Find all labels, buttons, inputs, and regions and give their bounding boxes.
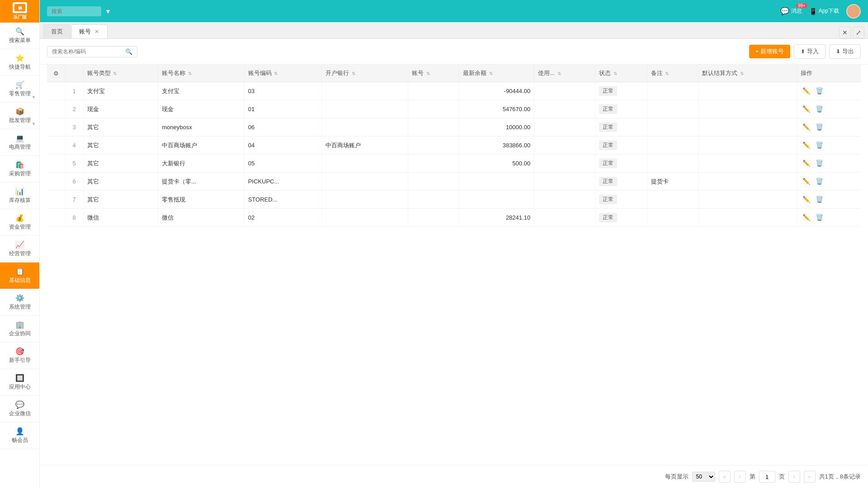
table-row: 6 其它 提货卡（零... PICKUPC... 正常 提货卡 ✏️ 🗑️ (47, 173, 861, 191)
row-default-settle (698, 100, 797, 118)
sidebar-item-company[interactable]: 🏢 企业协同 (0, 316, 39, 343)
status-sort-icon: ⇅ (613, 71, 617, 76)
row-name: 现金 (158, 100, 245, 118)
topbar-search-input[interactable] (47, 6, 101, 16)
column-settings[interactable]: ⚙ (47, 65, 65, 82)
maximize-tab-btn[interactable]: ⤢ (853, 27, 864, 38)
topbar-message[interactable]: 💬 消息 99+ (780, 7, 802, 15)
company-icon: 🏢 (15, 320, 24, 329)
export-button[interactable]: ⬇ 导出 (829, 44, 861, 59)
sidebar-item-purchase[interactable]: 🛍️ 采购管理 (0, 156, 39, 183)
delete-button[interactable]: 🗑️ (814, 104, 825, 113)
row-num: 2 (65, 100, 83, 118)
edit-button[interactable]: ✏️ (801, 177, 812, 186)
sidebar-item-apps[interactable]: 🔲 应用中心 (0, 369, 39, 396)
topbar-right: 💬 消息 99+ 📱 App下载 (780, 4, 861, 19)
tab-account[interactable]: 账号 ✕ (71, 24, 108, 38)
column-default-settle[interactable]: 默认结算方式 ⇅ (698, 65, 797, 82)
purchase-icon: 🛍️ (15, 160, 24, 169)
row-type: 其它 (83, 173, 158, 191)
column-remark[interactable]: 备注 ⇅ (647, 65, 698, 82)
delete-button[interactable]: 🗑️ (814, 86, 825, 95)
delete-button[interactable]: 🗑️ (814, 141, 825, 150)
page-input[interactable] (759, 471, 775, 483)
wholesale-icon: 📦 (15, 107, 24, 116)
sidebar-item-member[interactable]: 👤 畅会员 (0, 422, 39, 449)
edit-button[interactable]: ✏️ (801, 86, 812, 95)
row-type: 其它 (83, 191, 158, 209)
column-balance[interactable]: 最新余额 ⇅ (459, 65, 534, 82)
sidebar-item-retail[interactable]: 🛒 零售管理 ▼ (0, 76, 39, 103)
basic-icon: 📋 (15, 267, 24, 276)
sidebar-item-operations[interactable]: 📈 经营管理 (0, 236, 39, 263)
column-action: 操作 (797, 65, 861, 82)
delete-button[interactable]: 🗑️ (814, 122, 825, 131)
prev-page-button[interactable]: ‹ (734, 471, 746, 483)
row-name: 支付宝 (158, 82, 245, 100)
edit-button[interactable]: ✏️ (801, 213, 812, 222)
edit-button[interactable]: ✏️ (801, 141, 812, 150)
app-download-label: App下载 (819, 7, 839, 15)
next-page-button[interactable]: › (788, 471, 800, 483)
export-icon: ⬇ (836, 48, 840, 55)
delete-button[interactable]: 🗑️ (814, 195, 825, 204)
column-account[interactable]: 账号 ⇅ (408, 65, 459, 82)
row-status: 正常 (595, 173, 647, 191)
message-icon: 💬 (780, 7, 789, 15)
row-name: moneybosx (158, 118, 245, 136)
column-usage[interactable]: 使用... ⇅ (534, 65, 595, 82)
tab-account-close-icon[interactable]: ✕ (94, 28, 100, 35)
accounts-table: ⚙ 账号类型 ⇅ 账号名称 ⇅ 账号编码 ⇅ (47, 65, 861, 227)
search-icon[interactable]: 🔍 (125, 48, 132, 55)
sidebar-item-inventory[interactable]: 📊 库存核算 (0, 183, 39, 209)
column-status[interactable]: 状态 ⇅ (595, 65, 647, 82)
topbar-search-dropdown-icon[interactable]: ▼ (105, 8, 111, 15)
column-code[interactable]: 账号编码 ⇅ (244, 65, 322, 82)
column-type[interactable]: 账号类型 ⇅ (83, 65, 158, 82)
last-page-button[interactable]: » (804, 471, 816, 483)
row-action: ✏️ 🗑️ (797, 82, 861, 99)
tab-home[interactable]: 首页 (43, 24, 71, 38)
table-row: 7 其它 零售抵现 STORED... 正常 ✏️ 🗑️ (47, 191, 861, 209)
column-name[interactable]: 账号名称 ⇅ (158, 65, 245, 82)
sidebar-item-shortcut[interactable]: ⭐ 快捷导航 (0, 49, 39, 76)
app-download[interactable]: 📱 App下载 (809, 7, 839, 15)
row-code: 01 (244, 100, 322, 118)
sidebar-item-search[interactable]: 🔍 搜索菜单 (0, 23, 39, 49)
row-balance: 547670.00 (459, 100, 534, 118)
row-bank (322, 100, 408, 118)
column-bank[interactable]: 开户银行 ⇅ (322, 65, 408, 82)
table-container: ⚙ 账号类型 ⇅ 账号名称 ⇅ 账号编码 ⇅ (40, 65, 868, 465)
member-icon: 👤 (15, 427, 24, 436)
page-size-select[interactable]: 50 100 200 (692, 472, 715, 482)
apps-icon: 🔲 (15, 374, 24, 382)
sidebar-item-finance[interactable]: 💰 资金管理 (0, 209, 39, 236)
edit-button[interactable]: ✏️ (801, 122, 812, 131)
edit-button[interactable]: ✏️ (801, 159, 812, 168)
inventory-icon: 📊 (15, 187, 24, 196)
edit-button[interactable]: ✏️ (801, 195, 812, 204)
row-bank (322, 155, 408, 173)
import-button[interactable]: ⬆ 导入 (794, 44, 826, 59)
edit-button[interactable]: ✏️ (801, 104, 812, 113)
sidebar-item-basic[interactable]: 📋 基础信息 (0, 263, 39, 289)
delete-button[interactable]: 🗑️ (814, 159, 825, 168)
user-avatar[interactable] (846, 4, 861, 19)
sidebar-item-system[interactable]: ⚙️ 系统管理 (0, 289, 39, 316)
sidebar-item-guide[interactable]: 🎯 新手引导 (0, 343, 39, 369)
delete-button[interactable]: 🗑️ (814, 177, 825, 186)
row-type: 其它 (83, 118, 158, 136)
table-row: 1 支付宝 支付宝 03 -90444.00 正常 ✏️ 🗑️ (47, 82, 861, 100)
system-icon: ⚙️ (15, 294, 24, 302)
column-balance-label: 最新余额 (463, 70, 486, 76)
sidebar-item-ecommerce[interactable]: 💻 电商管理 (0, 129, 39, 156)
sidebar-item-wechat[interactable]: 💬 企业微信 (0, 396, 39, 422)
sidebar-item-wholesale[interactable]: 📦 批发管理 ▼ (0, 103, 39, 129)
search-input[interactable] (52, 48, 123, 55)
add-account-button[interactable]: + 新增账号 (749, 45, 790, 58)
first-page-button[interactable]: « (719, 471, 731, 483)
delete-button[interactable]: 🗑️ (814, 213, 825, 222)
retail-arrow-icon: ▼ (32, 95, 36, 99)
row-usage (534, 100, 595, 118)
close-tab-btn[interactable]: ✕ (839, 27, 851, 38)
